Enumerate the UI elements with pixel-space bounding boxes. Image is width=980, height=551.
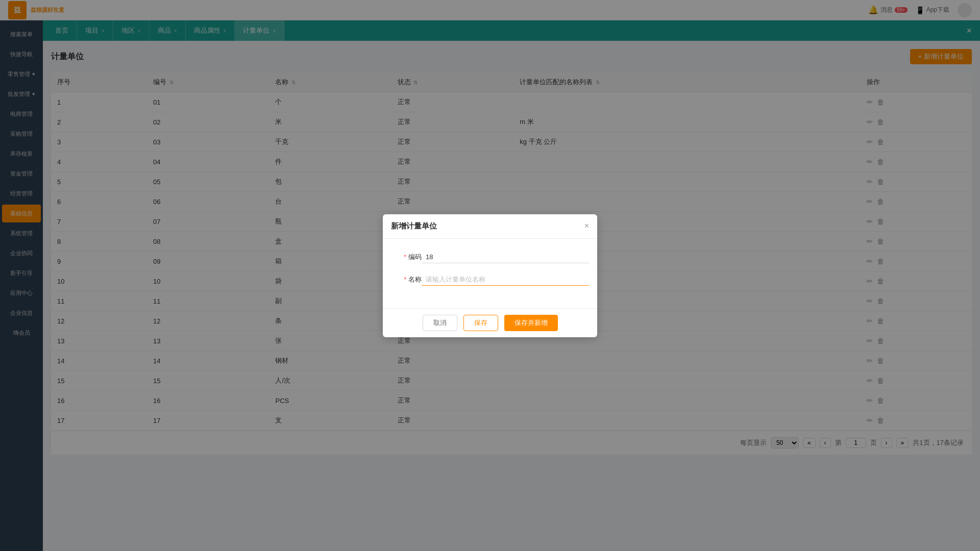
save-button[interactable]: 保存 — [463, 315, 498, 331]
form-row-code: * 编码 — [391, 251, 589, 263]
required-star-code: * — [404, 253, 406, 261]
code-input[interactable] — [422, 251, 589, 263]
modal-header: 新增计量单位 × — [383, 214, 597, 239]
form-row-name: * 名称 — [391, 273, 589, 286]
add-measure-unit-modal: 新增计量单位 × * 编码 * 名称 取消 保存 保存并新增 — [383, 214, 597, 337]
required-star-name: * — [404, 276, 406, 283]
modal-title: 新增计量单位 — [391, 221, 437, 231]
code-label: * 编码 — [391, 253, 422, 262]
modal-body: * 编码 * 名称 — [383, 239, 597, 308]
modal-footer: 取消 保存 保存并新增 — [383, 308, 597, 337]
modal-close-btn[interactable]: × — [584, 221, 589, 231]
save-add-button[interactable]: 保存并新增 — [504, 315, 558, 331]
name-input[interactable] — [422, 273, 589, 286]
name-label: * 名称 — [391, 275, 422, 284]
cancel-button[interactable]: 取消 — [423, 315, 457, 331]
modal-overlay[interactable]: 新增计量单位 × * 编码 * 名称 取消 保存 保存并新增 — [0, 0, 980, 551]
